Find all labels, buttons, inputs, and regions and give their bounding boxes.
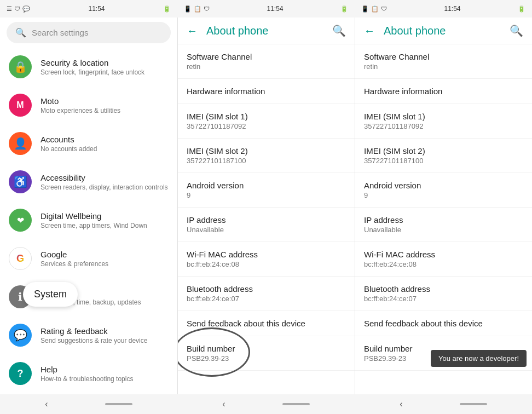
about-item-imei1-right[interactable]: IMEI (SIM slot 1) 357227101187092 xyxy=(355,104,532,139)
about-header-mid: ← About phone 🔍 xyxy=(178,18,355,44)
system-item-wrapper: ℹ System Languages, time, backup, update… xyxy=(0,278,177,316)
build-subtitle-mid: PSB29.39-23 xyxy=(187,354,346,363)
software-channel-title-mid: Software Channel xyxy=(187,52,346,61)
status-icon-r3: 🛡 xyxy=(381,5,387,12)
google-title: Google xyxy=(41,250,169,259)
bluetooth-subtitle-right: bc:ff:eb:24:ce:07 xyxy=(364,295,523,303)
digital-text: Digital Wellbeing Screen time, app timer… xyxy=(41,211,169,229)
about-item-ip-mid[interactable]: IP address Unavailable xyxy=(178,208,355,242)
hardware-title-mid: Hardware information xyxy=(187,87,346,96)
about-item-imei1-mid[interactable]: IMEI (SIM slot 1) 357227101187092 xyxy=(178,104,355,139)
bluetooth-title-right: Bluetooth address xyxy=(364,284,523,294)
moto-icon: M xyxy=(9,94,32,117)
status-icon-m3: 🛡 xyxy=(204,5,210,12)
settings-item-digital[interactable]: ❤ Digital Wellbeing Screen time, app tim… xyxy=(0,201,177,239)
help-text: Help How-to & troubleshooting topics xyxy=(41,365,169,383)
status-icon-m1: 📱 xyxy=(184,5,192,13)
wifi-title-right: Wi-Fi MAC address xyxy=(364,250,523,259)
nav-section-mid: ‹ xyxy=(177,394,355,414)
help-title: Help xyxy=(41,365,169,374)
rating-icon: 💬 xyxy=(9,324,32,347)
back-button-right[interactable]: ← xyxy=(364,25,375,37)
imei1-title-mid: IMEI (SIM slot 1) xyxy=(187,112,346,121)
hardware-title-right: Hardware information xyxy=(364,87,523,96)
search-icon: 🔍 xyxy=(15,27,26,38)
about-item-imei2-right[interactable]: IMEI (SIM slot 2) 357227101187100 xyxy=(355,139,532,173)
wifi-subtitle-right: bc:ff:eb:24:ce:08 xyxy=(364,260,523,268)
about-item-hardware-right[interactable]: Hardware information xyxy=(355,79,532,104)
back-nav-left[interactable]: ‹ xyxy=(45,399,48,409)
accounts-icon: 👤 xyxy=(9,132,32,155)
about-item-wifi-mid[interactable]: Wi-Fi MAC address bc:ff:eb:24:ce:08 xyxy=(178,242,355,277)
software-channel-subtitle-right: retin xyxy=(364,62,523,71)
security-text: Security & location Screen lock, fingerp… xyxy=(41,58,169,76)
settings-item-help[interactable]: ? Help How-to & troubleshooting topics xyxy=(0,354,177,393)
search-icon-mid[interactable]: 🔍 xyxy=(332,24,346,37)
settings-item-security[interactable]: 🔒 Security & location Screen lock, finge… xyxy=(0,48,177,86)
about-item-android-right[interactable]: Android version 9 xyxy=(355,173,532,208)
imei1-subtitle-right: 357227101187092 xyxy=(364,122,523,130)
status-battery-left: 🔋 xyxy=(163,5,171,13)
back-nav-mid[interactable]: ‹ xyxy=(222,399,225,409)
feedback-title-right: Send feedback about this device xyxy=(364,319,523,328)
nav-pill-right xyxy=(460,403,487,405)
about-item-hardware-mid[interactable]: Hardware information xyxy=(178,79,355,104)
help-subtitle: How-to & troubleshooting topics xyxy=(41,375,169,383)
ip-subtitle-mid: Unavailable xyxy=(187,226,346,234)
settings-item-moto[interactable]: M Moto Moto experiences & utilities xyxy=(0,86,177,124)
about-item-ip-right[interactable]: IP address Unavailable xyxy=(355,208,532,242)
about-list-right: Software Channel retin Hardware informat… xyxy=(355,44,532,394)
settings-list: 🔒 Security & location Screen lock, finge… xyxy=(0,48,177,394)
battery-icon-mid: 🔋 xyxy=(340,5,348,13)
status-time-right: 11:54 xyxy=(444,5,460,13)
status-icon-r2: 📋 xyxy=(371,5,379,13)
imei1-title-right: IMEI (SIM slot 1) xyxy=(364,112,523,121)
status-battery-right: 🔋 xyxy=(518,5,525,13)
status-icon-3: 💬 xyxy=(22,5,30,13)
imei2-subtitle-right: 357227101187100 xyxy=(364,157,523,165)
nav-bar: ‹ ‹ ‹ xyxy=(0,394,532,414)
back-nav-right[interactable]: ‹ xyxy=(400,399,402,409)
about-item-android-mid[interactable]: Android version 9 xyxy=(178,173,355,208)
settings-item-rating[interactable]: 💬 Rating & feedback Send suggestions & r… xyxy=(0,316,177,354)
about-item-feedback-right[interactable]: Send feedback about this device xyxy=(355,311,532,336)
developer-toast: You are now a developer! xyxy=(431,350,527,367)
search-icon-right[interactable]: 🔍 xyxy=(510,24,523,37)
about-item-bluetooth-right[interactable]: Bluetooth address bc:ff:eb:24:ce:07 xyxy=(355,277,532,311)
settings-item-accessibility[interactable]: ♿ Accessibility Screen readers, display,… xyxy=(0,163,177,201)
wifi-subtitle-mid: bc:ff:eb:24:ce:08 xyxy=(187,260,346,268)
nav-section-right: ‹ xyxy=(355,394,532,414)
system-tooltip: System xyxy=(23,282,78,307)
build-title-mid: Build number xyxy=(187,344,346,353)
android-subtitle-mid: 9 xyxy=(187,191,346,199)
about-item-wifi-right[interactable]: Wi-Fi MAC address bc:ff:eb:24:ce:08 xyxy=(355,242,532,277)
settings-item-google[interactable]: G Google Services & preferences xyxy=(0,239,177,278)
android-title-right: Android version xyxy=(364,181,523,190)
moto-title: Moto xyxy=(41,96,169,106)
digital-title: Digital Wellbeing xyxy=(41,211,169,221)
about-item-imei2-mid[interactable]: IMEI (SIM slot 2) 357227101187100 xyxy=(178,139,355,173)
settings-item-accounts[interactable]: 👤 Accounts No accounts added xyxy=(0,124,177,163)
about-item-feedback-mid[interactable]: Send feedback about this device xyxy=(178,311,355,336)
status-icons-right: 📱 📋 🛡 xyxy=(361,5,387,13)
about-item-software-channel-mid[interactable]: Software Channel retin xyxy=(178,44,355,79)
status-battery-mid: 🔋 xyxy=(340,5,348,13)
software-channel-subtitle-mid: retin xyxy=(187,62,346,71)
digital-subtitle: Screen time, app timers, Wind Down xyxy=(41,222,169,229)
status-time-mid: 11:54 xyxy=(267,5,283,13)
back-button-mid[interactable]: ← xyxy=(187,25,198,37)
search-bar[interactable]: 🔍 Search settings xyxy=(7,22,171,43)
digital-icon: ❤ xyxy=(9,209,32,232)
status-panel-left: ☰ 🛡 💬 11:54 🔋 xyxy=(0,5,177,13)
accounts-text: Accounts No accounts added xyxy=(41,135,169,153)
about-item-bluetooth-mid[interactable]: Bluetooth address bc:ff:eb:24:ce:07 xyxy=(178,277,355,311)
accessibility-subtitle: Screen readers, display, interaction con… xyxy=(41,183,169,191)
about-item-software-channel-right[interactable]: Software Channel retin xyxy=(355,44,532,79)
android-title-mid: Android version xyxy=(187,181,346,190)
settings-panel: 🔍 Search settings 🔒 Security & location … xyxy=(0,18,178,394)
nav-pill-left xyxy=(105,403,132,405)
nav-section-left: ‹ xyxy=(0,394,177,414)
google-text: Google Services & preferences xyxy=(41,250,169,268)
status-icons-left: ☰ 🛡 💬 xyxy=(7,5,30,13)
about-item-build-mid[interactable]: Build number PSB29.39-23 xyxy=(178,336,355,371)
